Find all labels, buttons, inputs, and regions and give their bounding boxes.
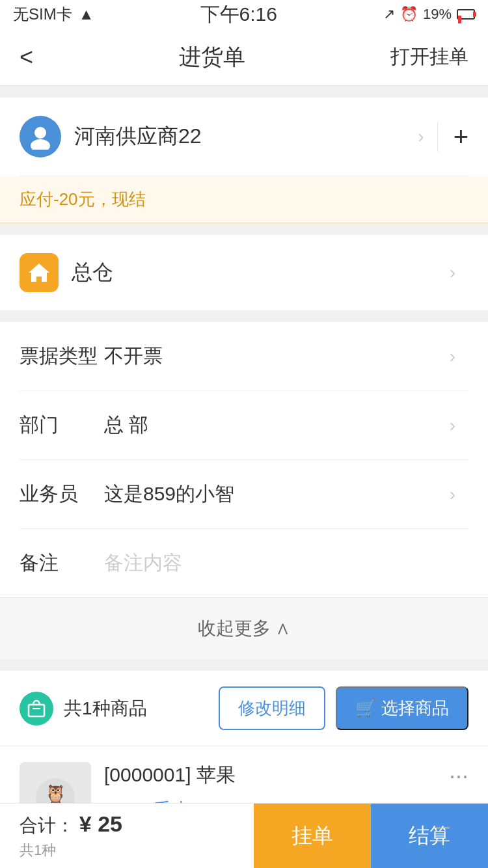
footer-summary: 合计： ¥ 25 共1种 <box>0 804 254 868</box>
main-content: 河南供应商22 › + 应付-20元，现结 总仓 › 票据类型 不开票 › <box>0 86 488 868</box>
product-header: 共1种商品 修改明细 🛒 选择商品 <box>0 671 488 746</box>
supplier-row[interactable]: 河南供应商22 › + <box>20 98 468 176</box>
salesperson-label: 业务员 <box>20 481 104 508</box>
page-title: 进货单 <box>179 42 245 72</box>
remark-row[interactable]: 备注 备注内容 <box>20 529 468 597</box>
product-code: [0000001] <box>104 764 197 785</box>
alarm-icon: ⏰ <box>400 6 418 23</box>
remark-label: 备注 <box>20 550 104 576</box>
warehouse-section: 总仓 › <box>0 235 488 310</box>
status-right: ↗ ⏰ 19% <box>383 6 475 23</box>
supplier-name: 河南供应商22 <box>74 122 418 151</box>
section-gap-3 <box>0 310 488 322</box>
warehouse-row[interactable]: 总仓 › <box>20 235 468 310</box>
status-bar: 无SIM卡 ▲ 下午6:16 ↗ ⏰ 19% <box>0 0 488 29</box>
footer-count: 共1种 <box>20 841 234 860</box>
section-gap-1 <box>0 86 488 98</box>
supplier-chevron-icon: › <box>418 126 424 147</box>
invoice-row[interactable]: 票据类型 不开票 › <box>20 322 468 391</box>
location-icon: ↗ <box>383 6 395 23</box>
edit-detail-button[interactable]: 修改明细 <box>219 686 325 730</box>
svg-text:🦉: 🦉 <box>44 783 67 805</box>
product-count-text: 共1种商品 <box>64 696 219 721</box>
total-amount: ¥ 25 <box>79 811 122 836</box>
section-gap-4 <box>0 659 488 671</box>
form-section: 票据类型 不开票 › 部门 总 部 › 业务员 这是859的小智 › 备注 备注… <box>0 322 488 597</box>
hang-button[interactable]: 挂单 <box>254 804 371 868</box>
section-gap-2 <box>0 223 488 235</box>
svg-point-0 <box>34 127 46 139</box>
department-value: 总 部 <box>104 412 450 439</box>
salesperson-chevron-icon: › <box>450 484 455 505</box>
invoice-chevron-icon: › <box>450 346 455 367</box>
more-button[interactable]: ··· <box>439 762 468 789</box>
department-chevron-icon: › <box>450 415 455 436</box>
avatar-icon <box>27 124 53 150</box>
open-hang-button[interactable]: 打开挂单 <box>390 44 468 70</box>
back-button[interactable]: < <box>20 44 33 71</box>
add-button[interactable]: + <box>437 122 468 152</box>
select-product-label: 选择商品 <box>381 697 449 720</box>
select-product-button[interactable]: 🛒 选择商品 <box>336 686 468 730</box>
footer-total: 合计： ¥ 25 <box>20 811 234 838</box>
total-label: 合计： <box>20 815 74 835</box>
avatar <box>20 116 61 157</box>
remark-input[interactable]: 备注内容 <box>104 550 468 576</box>
supplier-section: 河南供应商22 › + 应付-20元，现结 <box>0 98 488 223</box>
product-icon <box>20 692 53 726</box>
battery-icon <box>457 9 475 20</box>
footer: 合计： ¥ 25 共1种 挂单 结算 <box>0 803 488 868</box>
department-row[interactable]: 部门 总 部 › <box>20 391 468 460</box>
status-carrier: 无SIM卡 ▲ <box>13 4 94 25</box>
notice-text: 应付-20元，现结 <box>20 189 146 209</box>
status-time: 下午6:16 <box>200 1 277 28</box>
collapse-button[interactable]: 收起更多 ∧ <box>0 597 488 659</box>
salesperson-value: 这是859的小智 <box>104 481 450 508</box>
wifi-icon: ▲ <box>79 5 94 23</box>
invoice-label: 票据类型 <box>20 343 104 370</box>
salesperson-row[interactable]: 业务员 这是859的小智 › <box>20 460 468 529</box>
svg-rect-2 <box>29 705 44 716</box>
home-icon <box>27 261 51 284</box>
carrier-text: 无SIM卡 <box>13 4 72 25</box>
svg-point-1 <box>31 139 50 150</box>
battery-text: 19% <box>423 6 452 23</box>
notice-bar: 应付-20元，现结 <box>0 176 488 223</box>
product-title: 苹果 <box>197 764 236 785</box>
invoice-value: 不开票 <box>104 343 450 370</box>
warehouse-name: 总仓 <box>72 258 450 287</box>
shopping-bag-icon <box>26 698 47 719</box>
product-name: [0000001] 苹果 <box>104 762 439 789</box>
checkout-button[interactable]: 结算 <box>371 804 488 868</box>
warehouse-icon <box>20 253 59 292</box>
cart-icon: 🛒 <box>355 698 376 718</box>
nav-bar: < 进货单 打开挂单 <box>0 29 488 86</box>
warehouse-chevron-icon: › <box>450 262 455 283</box>
department-label: 部门 <box>20 412 104 439</box>
